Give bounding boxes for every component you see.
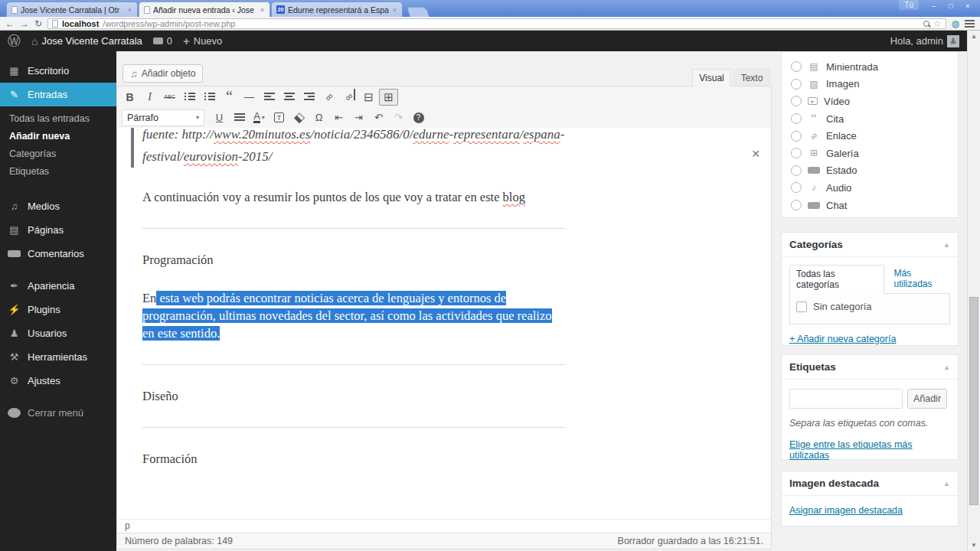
editor-content[interactable]: fuente: http://www.20minutos.es/noticia/… [117,128,771,519]
browser-tab-jose-vicente-carratala-otr[interactable]: Jose Vicente Carratala | Otr× [6,2,138,17]
format-option-audio[interactable]: ♪Audio [791,179,949,197]
format-option-imagen[interactable]: ▨Imagen [791,76,949,93]
tab-all-categories[interactable]: Todas las categorías [789,265,884,294]
sidebar-item-ajustes[interactable]: ⚙Ajustes [0,369,116,393]
address-bar[interactable]: localhost /wordpress/wp-admin/post-new.p… [47,18,946,29]
format-option-galeria[interactable]: ⊞Galería [791,145,949,162]
radio-button[interactable] [791,131,802,142]
sidebar-item-medios[interactable]: ♫Medios [0,194,116,218]
add-category-link[interactable]: + Añadir nueva categoría [789,334,896,344]
special-character-button[interactable]: Ω [309,109,328,126]
sidebar-subitem-categorias[interactable]: Categorías [9,145,116,162]
help-button[interactable]: ? [409,109,428,126]
indent-button[interactable]: ⇥ [349,109,368,126]
radio-button[interactable] [791,61,802,72]
sidebar-item-apariencia[interactable]: ✒Apariencia [0,274,116,298]
tab-close-icon[interactable]: × [392,6,397,14]
collapse-arrow-icon[interactable]: ▲ [943,364,950,371]
sidebar-subitem-todas-las-entradas[interactable]: Todas las entradas [9,109,116,127]
redo-button[interactable]: ↷ [389,109,408,126]
radio-button[interactable] [791,165,802,176]
sidebar-item-usuarios[interactable]: ♟Usuarios [0,321,116,345]
adminbar-comments[interactable]: 0 [153,35,172,47]
content-paragraph[interactable]: En esta web podrás encontrar noticias ac… [142,289,565,342]
underline-button[interactable]: U [210,109,229,126]
sidebar-item-cerrar-menu[interactable]: ◀Cerrar menú [0,401,116,425]
extension-icon[interactable]: ◍ [952,18,959,29]
scroll-down-icon[interactable]: ▼ [968,542,980,549]
bookmark-star-icon[interactable]: ☆ [933,18,942,29]
radio-button[interactable] [791,200,802,210]
tags-panel-header[interactable]: Etiquetas ▲ [782,355,958,380]
choose-tags-link[interactable]: Elige entre las etiquetas más utilizadas [789,439,950,461]
justify-button[interactable] [230,109,249,126]
maximize-icon[interactable]: □ [943,2,959,11]
sidebar-item-entradas[interactable]: ✎Entradas [0,83,116,106]
align-right-button[interactable] [299,89,318,106]
back-icon[interactable]: ← [5,19,15,28]
italic-button[interactable]: I [140,89,159,106]
format-option-video[interactable]: ▸Vídeo [791,93,949,110]
content-paragraph[interactable]: A continuación voy a resumir los puntos … [142,188,565,206]
browser-profile-button[interactable]: Tú [899,0,919,10]
text-color-button[interactable]: A▾ [250,109,269,126]
content-paragraph[interactable]: Diseño [142,387,565,405]
checkbox[interactable] [796,302,807,312]
format-option-enlace[interactable]: ∞Enlace [791,127,949,145]
content-paragraph[interactable]: Formación [142,450,565,468]
content-paragraph[interactable]: Programación [142,251,565,269]
format-option-estado[interactable]: Estado [791,162,949,180]
minimize-icon[interactable]: – [926,2,942,11]
format-option-cita[interactable]: “Cita [791,110,949,128]
scrollbar-thumb[interactable] [969,297,978,505]
format-option-chat[interactable]: Chat [791,197,949,214]
radio-button[interactable] [791,79,802,90]
collapse-arrow-icon[interactable]: ▲ [943,241,950,249]
toolbar-toggle-button[interactable]: ⊞ [379,89,398,106]
horizontal-rule-button[interactable]: — [240,89,259,106]
bullet-list-button[interactable] [180,89,199,106]
assign-featured-image-link[interactable]: Asignar imagen destacada [789,505,903,516]
radio-button[interactable] [791,113,802,124]
paragraph-select[interactable]: Párrafo▾ [122,109,204,126]
align-center-button[interactable] [279,89,299,106]
numbered-list-button[interactable] [200,89,219,106]
tab-close-icon[interactable]: × [260,6,265,14]
browser-menu-icon[interactable] [965,20,975,28]
page-scrollbar[interactable]: ▲ ▼ [967,31,980,551]
blockquote-button[interactable]: “ [220,89,239,106]
featured-image-header[interactable]: Imagen destacada ▲ [782,471,958,496]
fullscreen-icon[interactable]: ✕ [751,148,760,160]
collapse-arrow-icon[interactable]: ▲ [943,480,950,487]
tab-texto[interactable]: Texto [733,69,770,86]
browser-tab-anadir-nueva-entrada-jose[interactable]: Añadir nueva entrada ‹ Jose× [139,2,270,17]
adminbar-account[interactable]: Hola, admin ♟ [890,35,959,47]
radio-button[interactable] [791,96,802,106]
browser-tab-edurne-representara-a-espa[interactable]: 20Edurne representará a Espa× [271,2,403,17]
wordpress-logo-icon[interactable]: Ⓦ [8,32,21,50]
category-checkbox-row[interactable]: Sin categoría [796,301,943,312]
format-option-minientrada[interactable]: ▤Minientrada [791,58,949,76]
align-left-button[interactable] [260,89,279,106]
paste-as-text-button[interactable]: T [270,109,289,126]
zoom-search-icon[interactable] [923,21,929,27]
reload-icon[interactable]: ↻ [34,19,42,28]
add-media-button[interactable]: ♫ Añadir objeto [122,64,203,83]
content-blockquote[interactable]: fuente: http://www.20minutos.es/noticia/… [131,128,565,168]
radio-button[interactable] [791,148,802,158]
sidebar-item-plugins[interactable]: ⚡Plugins [0,298,116,321]
tag-input[interactable] [789,389,903,409]
remove-link-button[interactable]: ∞ [339,89,358,106]
adminbar-new-button[interactable]: + Nuevo [183,34,222,47]
clear-formatting-button[interactable]: ◧ [289,109,309,126]
tab-visual[interactable]: Visual [692,69,731,86]
insert-link-button[interactable]: ∞ [319,89,338,106]
undo-button[interactable]: ↶ [369,109,388,126]
radio-button[interactable] [791,182,802,193]
add-tag-button[interactable]: Añadir [907,389,947,409]
tab-most-used[interactable]: Más utilizadas [893,268,950,293]
more-tag-button[interactable]: ⊟ [359,89,378,106]
sidebar-subitem-anadir-nueva[interactable]: Añadir nueva [9,127,116,145]
outdent-button[interactable]: ⇤ [329,109,348,126]
scroll-up-icon[interactable]: ▲ [968,33,980,40]
